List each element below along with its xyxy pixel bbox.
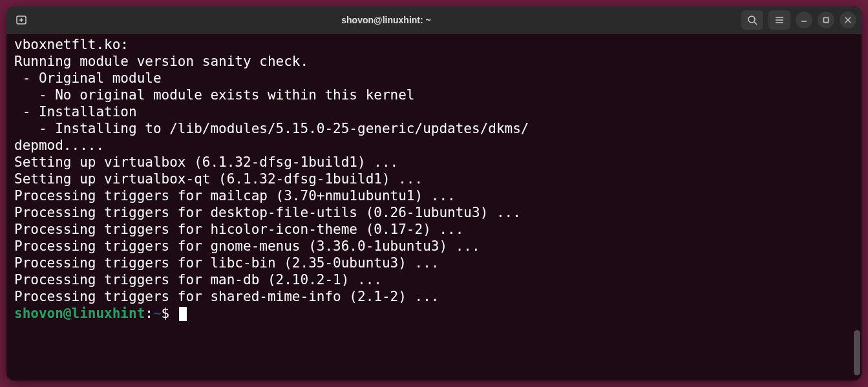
terminal-output-line: Processing triggers for mailcap (3.70+nm… — [14, 187, 854, 204]
terminal-output-line: Processing triggers for gnome-menus (3.3… — [14, 238, 854, 255]
terminal-output-line: - Installation — [14, 103, 854, 120]
terminal-body[interactable]: vboxnetflt.ko: Running module version sa… — [6, 34, 862, 381]
maximize-button[interactable] — [818, 12, 834, 28]
search-button[interactable] — [741, 10, 763, 30]
prompt-symbol: $ — [162, 306, 178, 321]
search-icon — [747, 15, 757, 25]
prompt-user-host: shovon@linuxhint — [14, 306, 145, 321]
hamburger-icon — [774, 15, 785, 25]
scrollbar-thumb[interactable] — [854, 330, 860, 375]
terminal-output-line: - Original module — [14, 70, 854, 87]
terminal-output-line: Processing triggers for man-db (2.10.2-1… — [14, 271, 854, 288]
terminal-output-line: Processing triggers for hicolor-icon-the… — [14, 221, 854, 238]
terminal-output-line: - Installing to /lib/modules/5.15.0-25-g… — [14, 120, 854, 137]
titlebar-right — [741, 10, 856, 30]
menu-button[interactable] — [768, 10, 790, 30]
cursor — [179, 307, 187, 321]
svg-rect-9 — [824, 17, 829, 22]
window-title: shovon@linuxhint: ~ — [31, 15, 741, 25]
terminal-output-line: Processing triggers for libc-bin (2.35-0… — [14, 255, 854, 271]
new-tab-button[interactable] — [12, 10, 31, 30]
minimize-button[interactable] — [796, 12, 812, 28]
minimize-icon — [801, 17, 807, 23]
svg-point-3 — [748, 16, 755, 23]
terminal-output-line: depmod..... — [14, 137, 854, 154]
terminal-output-line: - No original module exists within this … — [14, 87, 854, 103]
prompt-path: ~ — [153, 306, 162, 321]
terminal-output-line: Processing triggers for shared-mime-info… — [14, 288, 854, 305]
prompt-colon: : — [145, 306, 153, 321]
new-tab-icon — [16, 15, 26, 25]
terminal-prompt-line: shovon@linuxhint:~$ — [14, 305, 854, 322]
terminal-window: shovon@linuxhint: ~ vboxnetflt.ko: Runni… — [6, 6, 862, 381]
terminal-output-line: Running module version sanity check. — [14, 53, 854, 70]
titlebar-left — [12, 10, 31, 30]
svg-line-4 — [754, 22, 757, 25]
terminal-output-line: Setting up virtualbox-qt (6.1.32-dfsg-1b… — [14, 171, 854, 187]
maximize-icon — [823, 17, 829, 23]
close-icon — [845, 17, 851, 23]
titlebar: shovon@linuxhint: ~ — [6, 6, 862, 34]
terminal-output-line: Processing triggers for desktop-file-uti… — [14, 204, 854, 221]
close-button[interactable] — [840, 12, 856, 28]
terminal-output-line: vboxnetflt.ko: — [14, 36, 854, 53]
terminal-output-line: Setting up virtualbox (6.1.32-dfsg-1buil… — [14, 154, 854, 171]
